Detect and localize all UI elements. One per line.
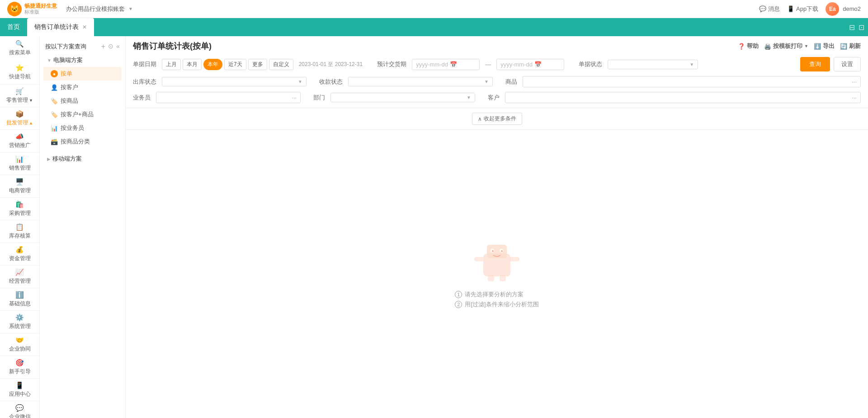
hint-2-num: 2 xyxy=(455,301,462,308)
hint-2: 2 用[过滤]条件来缩小分析范围 xyxy=(455,300,538,309)
message-label: 消息 xyxy=(768,5,780,13)
sidebar-item-corp-collab[interactable]: 🤝 企业协同 xyxy=(0,333,39,356)
sidebar-item-marketing[interactable]: 📣 营销推广 xyxy=(0,129,39,152)
date-btn-this-month[interactable]: 本月 xyxy=(183,59,202,70)
salesperson-label: 业务员 xyxy=(133,94,151,102)
tab-close-icon[interactable]: ✕ xyxy=(82,24,87,30)
by-customer-label: 按客户 xyxy=(61,83,78,91)
pc-category-title[interactable]: ▼ 电脑端方案 xyxy=(43,53,122,67)
by-customer-goods-icon: 🏷️ xyxy=(51,111,58,118)
salesperson-input[interactable]: ··· xyxy=(156,92,301,103)
sidebar-item-inventory[interactable]: 📋 库存核算 xyxy=(0,220,39,242)
mobile-category-label: 移动端方案 xyxy=(52,155,82,163)
scheme-item-by-order[interactable]: ● 按单 xyxy=(43,67,122,81)
expected-date-label: 预计交货期 xyxy=(377,60,406,68)
sales-icon: 📊 xyxy=(15,155,24,163)
sidebar-item-wholesale[interactable]: 📦 批发管理 ▲ xyxy=(0,107,39,129)
restore-button[interactable]: ⊟ xyxy=(849,23,855,32)
edit-scheme-icon[interactable]: ⊙ xyxy=(108,43,113,51)
sidebar-quick-nav[interactable]: ⭐ 快捷导航 xyxy=(0,60,39,84)
date-btn-this-year[interactable]: 本年 xyxy=(203,59,222,70)
wholesale-arrow: ▲ xyxy=(29,121,33,125)
scheme-item-by-customer[interactable]: 👤 按客户 xyxy=(43,81,122,94)
print-icon: 🖨️ xyxy=(764,43,771,50)
single-date-label: 单据日期 xyxy=(133,60,156,68)
pc-category: ▼ 电脑端方案 ● 按单 👤 按客户 🏷️ 按商品 🏷️ 按客户+商品 xyxy=(40,53,125,166)
sidebar-item-sales[interactable]: 📊 销售管理 xyxy=(0,152,39,175)
expected-date-start[interactable]: yyyy-mm-dd 📅 xyxy=(412,59,480,70)
third-filter-row: 业务员 ··· 部门 ▼ 客户 ··· xyxy=(133,92,861,103)
add-scheme-icon[interactable]: + xyxy=(101,43,105,51)
scheme-item-by-goods[interactable]: 🏷️ 按商品 xyxy=(43,94,122,108)
goods-dots[interactable]: ··· xyxy=(852,78,857,85)
svg-rect-8 xyxy=(488,275,494,281)
workspace-chevron: ▼ xyxy=(128,6,133,11)
sidebar-item-purchase[interactable]: 🛍️ 采购管理 xyxy=(0,197,39,220)
weixin-icon: 💬 xyxy=(15,404,24,412)
sidebar-quick-nav-label: 快捷导航 xyxy=(9,73,31,81)
sidebar-item-retail[interactable]: 🛒 零售管理 ▼ xyxy=(0,84,39,107)
sidebar-item-finance[interactable]: 💰 资金管理 xyxy=(0,242,39,265)
scheme-item-by-customer-goods[interactable]: 🏷️ 按客户+商品 xyxy=(43,108,122,121)
print-button[interactable]: 🖨️ 按模板打印 ▼ xyxy=(764,42,808,50)
date-btn-custom[interactable]: 自定义 xyxy=(269,59,293,70)
sidebar-weixin-label: 企业微信 xyxy=(9,413,31,418)
tab-sales-stats[interactable]: 销售订单统计表 ✕ xyxy=(27,18,94,36)
out-status-select[interactable]: ▼ xyxy=(162,77,307,86)
collapse-scheme-icon[interactable]: « xyxy=(116,43,120,51)
salesperson-dots[interactable]: ··· xyxy=(292,94,297,101)
date-btn-more[interactable]: 更多 xyxy=(248,59,267,70)
sidebar-wholesale-label: 批发管理 xyxy=(6,119,28,127)
maximize-button[interactable]: ⊡ xyxy=(859,23,864,32)
message-button[interactable]: 💬 消息 xyxy=(759,5,780,13)
date-btn-7days[interactable]: 近7天 xyxy=(224,59,246,70)
empty-illustration xyxy=(470,238,524,283)
help-button[interactable]: ❓ 帮助 xyxy=(738,42,759,50)
retail-arrow: ▼ xyxy=(29,98,33,103)
customer-dots[interactable]: ··· xyxy=(852,94,857,101)
sidebar-system-label: 系统管理 xyxy=(9,323,31,330)
refresh-button[interactable]: 🔄 刷新 xyxy=(840,42,861,50)
status-select[interactable]: ▼ xyxy=(608,60,698,69)
date-btn-last-month[interactable]: 上月 xyxy=(162,59,181,70)
dept-select[interactable]: ▼ xyxy=(330,93,475,102)
scheme-item-by-goods-category[interactable]: 🗃️ 按商品分类 xyxy=(43,135,122,148)
sidebar-item-weixin[interactable]: 💬 企业微信 xyxy=(0,401,39,418)
sidebar-app-center-label: 应用中心 xyxy=(9,390,31,398)
export-button[interactable]: ⬇️ 导出 xyxy=(814,42,835,50)
receipt-status-select[interactable]: ▼ xyxy=(348,77,493,86)
content-panels: 按以下方案查询 + ⊙ « ▼ 电脑端方案 ● 按单 👤 按客户 xyxy=(40,36,868,418)
avatar: Ea xyxy=(826,2,839,16)
workspace-selector[interactable]: 办公用品行业模拟账套 ▼ xyxy=(66,5,133,13)
sidebar-ecommerce-label: 电商管理 xyxy=(9,187,31,195)
goods-input[interactable]: ··· xyxy=(523,76,861,87)
customer-input[interactable]: ··· xyxy=(505,92,861,103)
expected-date-end[interactable]: yyyy-mm-dd 📅 xyxy=(496,59,564,70)
date-buttons: 上月 本月 本年 近7天 更多 自定义 xyxy=(162,59,293,70)
collapse-button[interactable]: ∧ 收起更多条件 xyxy=(472,113,522,125)
sidebar-item-system[interactable]: ⚙️ 系统管理 xyxy=(0,310,39,333)
sidebar-item-app-center[interactable]: 📱 应用中心 xyxy=(0,378,39,401)
scheme-item-by-salesperson[interactable]: 📊 按业务员 xyxy=(43,121,122,135)
sidebar-item-new-guide[interactable]: 🎯 新手引导 xyxy=(0,356,39,378)
sidebar-search[interactable]: 🔍 搜索菜单 xyxy=(0,36,39,60)
tab-sales-stats-label: 销售订单统计表 xyxy=(34,23,79,31)
mobile-arrow: ▶ xyxy=(47,157,51,162)
mobile-category-title[interactable]: ▶ 移动端方案 xyxy=(43,152,122,166)
sidebar-item-ecommerce[interactable]: 🖥️ 电商管理 xyxy=(0,175,39,197)
settings-button[interactable]: 设置 xyxy=(834,57,861,71)
user-area[interactable]: Ea demo2 xyxy=(826,2,861,16)
out-status-label: 出库状态 xyxy=(133,78,156,86)
app-download-label: App下载 xyxy=(796,5,818,13)
sidebar-item-operations[interactable]: 📈 经营管理 xyxy=(0,265,39,288)
by-customer-goods-label: 按客户+商品 xyxy=(61,110,94,119)
wholesale-icon: 📦 xyxy=(15,110,24,118)
query-button[interactable]: 查询 xyxy=(800,57,830,71)
svg-rect-7 xyxy=(509,257,519,261)
empty-state: 1 请先选择要分析的方案 2 用[过滤]条件来缩小分析范围 xyxy=(126,130,868,418)
filter-container: 销售订单统计表(按单) ❓ 帮助 🖨️ 按模板打印 ▼ ⬇️ xyxy=(126,36,868,108)
tab-home[interactable]: 首页 xyxy=(0,18,27,36)
logo-area: 🐱 畅捷通好生意 标准版 xyxy=(7,2,57,16)
app-download-button[interactable]: 📱 App下载 xyxy=(787,5,818,13)
sidebar-item-basic-info[interactable]: ℹ️ 基础信息 xyxy=(0,288,39,310)
